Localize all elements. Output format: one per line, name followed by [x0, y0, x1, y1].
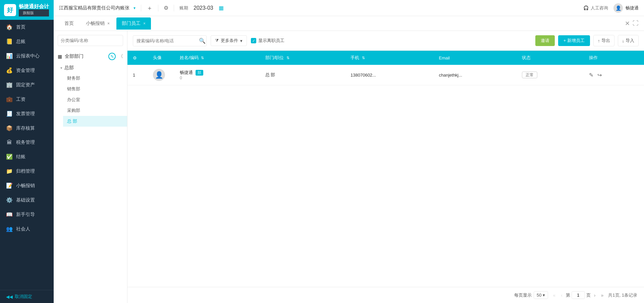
all-dept-label: 全部部门 [65, 53, 106, 59]
dept-child-general[interactable]: 总 部 [63, 116, 127, 127]
payroll-icon: 💼 [6, 96, 13, 102]
sidebar-item-invoice[interactable]: 🧾 发票管理 [0, 106, 54, 121]
tabs-right-actions: ✕ ⛶ [625, 20, 639, 27]
sidebar-label-payroll: 工资 [16, 96, 25, 102]
cell-actions: ✎ ↪ [584, 65, 644, 85]
dept-edit-icon[interactable]: ✎ [108, 53, 116, 60]
dept-label-general: 总 部 [67, 119, 77, 124]
dept-collapse-icon[interactable]: 《 [118, 53, 123, 59]
tab-expense-close[interactable]: × [107, 21, 110, 26]
sidebar-label-tax: 税务管理 [16, 139, 35, 145]
last-page-button[interactable]: » [599, 292, 606, 299]
headset-icon: 🎧 [583, 5, 589, 10]
import-button[interactable]: ↓ 导入 [618, 35, 639, 46]
sidebar-item-closing[interactable]: ✅ 结账 [0, 149, 54, 164]
first-page-button[interactable]: « [551, 292, 557, 299]
company-name[interactable]: 江西服宝精品有限责任公司内账张 [59, 5, 129, 11]
per-page-selector[interactable]: 50 ▾ [534, 291, 548, 299]
pagination: 每页显示 50 ▾ « ‹ 第 页 › » 共1页, 1条记录 [127, 287, 644, 303]
social-icon: 👥 [6, 226, 13, 232]
th-email: Email [433, 51, 517, 65]
sidebar-item-settings[interactable]: ⚙️ 基础设置 [0, 193, 54, 207]
sidebar-item-social[interactable]: 👥 社会人 [0, 222, 54, 236]
sidebar-label-ledger: 总账 [16, 39, 25, 45]
sidebar-item-guide[interactable]: 📖 新手引导 [0, 207, 54, 222]
add-employee-button[interactable]: + 新增员工 [558, 35, 590, 46]
support-label: 人工咨询 [591, 5, 608, 11]
invite-button[interactable]: 邀请 [535, 35, 555, 46]
th-name[interactable]: 姓名/编码 ⇅ [174, 51, 260, 65]
filter-button[interactable]: ⧩ 更多条件 ▾ [211, 35, 247, 46]
sidebar-item-payroll[interactable]: 💼 工资 [0, 92, 54, 106]
show-former-checkbox[interactable]: ✓ [251, 38, 256, 43]
support-button[interactable]: 🎧 人工咨询 [583, 5, 608, 11]
tab-dept-emp[interactable]: 部门员工 × [116, 17, 151, 30]
sidebar-label-invoice: 发票管理 [16, 111, 35, 117]
table-row: 1 👤 畅捷通 部 0 [127, 65, 644, 85]
import-icon: ↓ [622, 38, 625, 43]
sidebar-item-home[interactable]: 🏠 首页 [0, 20, 54, 34]
export-button[interactable]: ↑ 导出 [593, 35, 614, 46]
dept-search-icon[interactable]: 🔍 [120, 35, 123, 46]
pin-icon: ◀◀ [6, 294, 13, 299]
ledger-icon: 📒 [6, 38, 13, 45]
sidebar: 好 畅捷通好会计 旗舰版 🏠 首页 📒 总账 📊 云报表中心 💰 资金管理 🏢 … [0, 0, 54, 303]
sidebar-item-inventory[interactable]: 📦 库存核算 [0, 121, 54, 135]
dept-child-finance[interactable]: 财务部 [63, 73, 127, 84]
th-dept[interactable]: 部门/职位 ⇅ [260, 51, 345, 65]
dept-grid-icon: ▦ [58, 54, 62, 59]
sidebar-item-reports[interactable]: 📊 云报表中心 [0, 49, 54, 63]
prev-page-button[interactable]: ‹ [559, 292, 565, 299]
dept-search-input[interactable] [58, 36, 120, 45]
edit-button[interactable]: ✎ [589, 72, 593, 78]
emp-dept-badge: 部 [196, 70, 203, 76]
dept-child-office[interactable]: 办公室 [63, 94, 127, 105]
sidebar-item-archive[interactable]: 📁 归档管理 [0, 164, 54, 178]
tab-home-label: 首页 [64, 20, 74, 27]
all-dept-header[interactable]: ▦ 全部部门 ✎ 《 [54, 50, 127, 63]
next-page-button[interactable]: › [592, 292, 598, 299]
sidebar-label-home: 首页 [16, 24, 25, 30]
dept-child-purchase[interactable]: 采购部 [63, 105, 127, 116]
settings-button[interactable]: ⚙ [164, 5, 168, 11]
tab-close-all-icon[interactable]: ✕ [625, 20, 630, 27]
emp-search-input[interactable] [133, 36, 196, 45]
sidebar-item-tax[interactable]: 🏛 税务管理 [0, 135, 54, 149]
calendar-icon[interactable]: ▦ [219, 5, 224, 11]
inventory-icon: 📦 [6, 125, 13, 131]
emp-search-icon[interactable]: 🔍 [196, 36, 207, 46]
sidebar-item-funds[interactable]: 💰 资金管理 [0, 63, 54, 78]
sidebar-item-expense[interactable]: 📝 小畅报销 [0, 178, 54, 193]
add-button[interactable]: ＋ [147, 4, 153, 12]
th-phone[interactable]: 手机 ⇅ [345, 51, 433, 65]
import-label: 导入 [626, 38, 634, 44]
dept-search-box[interactable]: 🔍 [58, 35, 123, 46]
user-menu[interactable]: 👤 畅捷通 [613, 3, 639, 13]
logout-button[interactable]: ↪ [597, 72, 602, 78]
action-buttons: ✎ ↪ [589, 72, 639, 78]
tab-home[interactable]: 首页 [59, 17, 79, 30]
th-avatar: 头像 [148, 51, 174, 65]
filter-chevron-icon: ▾ [240, 38, 243, 43]
reports-icon: 📊 [6, 53, 13, 59]
tab-expense[interactable]: 小畅报销 × [80, 17, 115, 30]
page-input[interactable] [572, 291, 585, 299]
tab-expand-icon[interactable]: ⛶ [633, 20, 639, 27]
company-dropdown-icon[interactable]: ▾ [133, 6, 136, 10]
cell-avatar: 👤 [148, 65, 174, 85]
sidebar-item-ledger[interactable]: 📒 总账 [0, 34, 54, 49]
invoice-icon: 🧾 [6, 111, 13, 117]
sidebar-logo[interactable]: 好 畅捷通好会计 旗舰版 [0, 0, 54, 20]
per-page-value: 50 [537, 293, 541, 298]
th-settings[interactable]: ⚙ [127, 51, 148, 65]
dept-child-sales[interactable]: 销售部 [63, 84, 127, 94]
employee-avatar: 👤 [153, 69, 165, 81]
logo-icon: 好 [4, 4, 16, 16]
emp-search-box[interactable]: 🔍 [133, 35, 207, 46]
tab-dept-emp-close[interactable]: × [143, 21, 146, 26]
closing-icon: ✅ [6, 154, 13, 160]
dept-label-purchase: 采购部 [67, 108, 80, 113]
sidebar-item-assets[interactable]: 🏢 固定资产 [0, 78, 54, 92]
cancel-fixed-button[interactable]: ◀◀ 取消固定 [0, 290, 54, 303]
dept-parent-general[interactable]: ▾ 总部 [56, 63, 127, 73]
